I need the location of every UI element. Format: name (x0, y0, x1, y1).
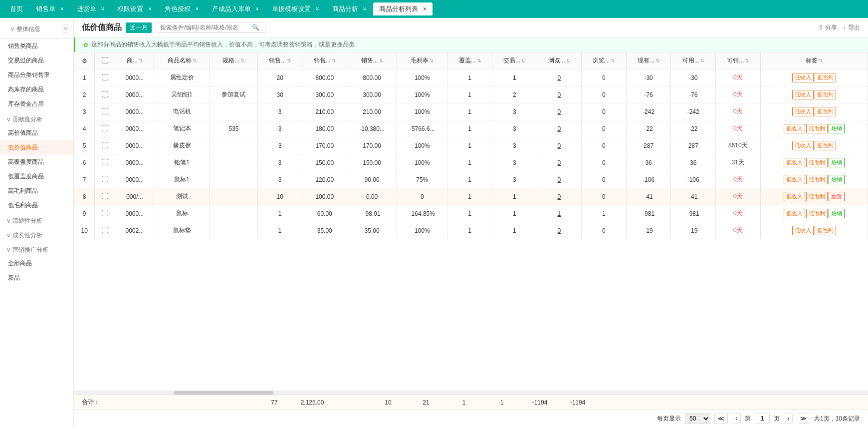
row-checkbox[interactable] (102, 193, 108, 199)
share-icon: ⇧ (818, 24, 823, 31)
tag: 低毛利 (815, 73, 836, 82)
col-sales-profit[interactable]: 销售... ⇅ (347, 52, 397, 69)
cell-browse1[interactable]: 0 (537, 222, 582, 239)
col-stock2[interactable]: 可用... ⇅ (671, 52, 716, 69)
row-checkbox[interactable] (102, 159, 108, 165)
nav-sales[interactable]: 销售单 × (30, 2, 70, 15)
col-days[interactable]: 可销... ⇅ (715, 52, 760, 69)
nav-template[interactable]: 单据模板设置 × (266, 2, 325, 15)
sidebar-item-all-goods[interactable]: 全部商品 (0, 256, 73, 271)
col-settings[interactable]: ⚙ (74, 52, 95, 69)
col-code[interactable]: 商... ⇅ (115, 52, 154, 69)
cell-browse1[interactable]: 1 (537, 205, 582, 222)
cell-browse1[interactable]: 0 (537, 69, 582, 86)
sidebar-group-contribution[interactable]: ∨ 贡献度分析 (0, 111, 73, 126)
sidebar-group-growth[interactable]: ∨ 成长性分析 (0, 227, 73, 242)
cell-browse1[interactable]: 0 (537, 188, 582, 205)
col-stock1[interactable]: 现有... ⇅ (626, 52, 671, 69)
cell-checkbox[interactable] (95, 103, 115, 120)
nav-permissions[interactable]: 权限设置 × (111, 2, 158, 15)
sidebar-item-stock-capital[interactable]: 库存资金占用 (0, 97, 73, 111)
sidebar-item-sales-goods[interactable]: 销售类商品 (0, 39, 73, 53)
cell-checkbox[interactable] (95, 222, 115, 239)
sidebar-item-low-coverage[interactable]: 低覆盖度商品 (0, 169, 73, 184)
horizontal-scrollbar[interactable] (74, 391, 868, 395)
table-row: 2 0000... 吴细细1 参加复试 30 300.00 300.00 100… (74, 86, 868, 103)
cell-stock1: -22 (626, 120, 671, 137)
cell-checkbox[interactable] (95, 120, 115, 137)
row-checkbox[interactable] (102, 91, 108, 97)
cell-checkbox[interactable] (95, 188, 115, 205)
cell-cov: 1 (447, 171, 492, 188)
row-checkbox[interactable] (102, 176, 108, 182)
export-button[interactable]: ↓ 导出 (843, 23, 860, 32)
tag: 低收入 (784, 158, 805, 167)
cell-checkbox[interactable] (95, 137, 115, 154)
row-checkbox[interactable] (102, 125, 108, 131)
nav-analysis-list[interactable]: 商品分析列表 × (373, 2, 433, 15)
prev-page-btn[interactable]: ‹ (732, 414, 741, 424)
cell-browse1[interactable]: 0 (537, 103, 582, 120)
sidebar-item-low-margin[interactable]: 低毛利商品 (0, 198, 73, 213)
footer-label: 合计： (82, 398, 100, 407)
settings-icon[interactable]: ⚙ (82, 57, 87, 64)
nav-stock-in[interactable]: 产成品入库单 × (206, 2, 265, 15)
sidebar-collapse-btn[interactable]: « (62, 24, 69, 32)
next-page-btn[interactable]: › (784, 414, 793, 424)
col-sales-amt[interactable]: 销售... ⇅ (302, 52, 347, 69)
col-spec[interactable]: 规格... ⇅ (210, 52, 257, 69)
col-sales-q[interactable]: 销售... ⇅ (257, 52, 302, 69)
cell-browse1[interactable]: 0 (537, 171, 582, 188)
nav-roles[interactable]: 角色授权 × (159, 2, 205, 15)
col-tags[interactable]: 标签 ⇅ (760, 52, 868, 69)
sidebar-item-category-rate[interactable]: 商品分类销售率 (0, 68, 73, 82)
sidebar-group-marketing[interactable]: ∨ 营销推广分析 (0, 242, 73, 256)
last-page-btn[interactable]: ≫ (797, 414, 810, 424)
cell-browse2: 0 (582, 69, 627, 86)
col-checkbox[interactable] (95, 52, 115, 69)
cell-q2: 210.00 (302, 103, 347, 120)
col-name[interactable]: 商品名称 ⇅ (154, 52, 210, 69)
search-box[interactable]: 🔍 (156, 22, 265, 33)
nav-purchase[interactable]: 进货单 × (71, 2, 111, 15)
page-number-input[interactable] (755, 414, 770, 424)
row-checkbox[interactable] (102, 227, 108, 233)
nav-home[interactable]: 首页 (4, 2, 29, 15)
select-all-checkbox[interactable] (102, 57, 108, 63)
cell-days: 0天 (715, 86, 760, 103)
sidebar-item-high-coverage[interactable]: 高覆盖度商品 (0, 155, 73, 169)
filter-tag-month[interactable]: 近一月 (126, 22, 152, 33)
search-input[interactable] (160, 24, 250, 31)
sidebar-item-high-stock[interactable]: 高库存的商品 (0, 82, 73, 97)
cell-checkbox[interactable] (95, 205, 115, 222)
cell-browse1[interactable]: 0 (537, 154, 582, 171)
share-button[interactable]: ⇧ 分享 (818, 23, 837, 32)
row-checkbox[interactable] (102, 210, 108, 216)
sidebar-item-new-goods[interactable]: 新品 (0, 271, 73, 285)
col-browse1[interactable]: 浏览... ⇅ (537, 52, 582, 69)
col-margin[interactable]: 毛利率 ⇅ (397, 52, 447, 69)
cell-checkbox[interactable] (95, 86, 115, 103)
sidebar-item-high-margin[interactable]: 高毛利商品 (0, 184, 73, 198)
cell-browse1[interactable]: 0 (537, 137, 582, 154)
per-page-select[interactable]: 50 100 200 (685, 413, 710, 424)
col-browse2[interactable]: 浏览... ⇅ (582, 52, 627, 69)
sidebar-item-high-value[interactable]: 高价值商品 (0, 126, 73, 140)
row-checkbox[interactable] (102, 74, 108, 80)
cell-browse1[interactable]: 0 (537, 86, 582, 103)
cell-checkbox[interactable] (95, 69, 115, 86)
cell-checkbox[interactable] (95, 171, 115, 188)
first-page-btn[interactable]: ≪ (714, 414, 728, 424)
sidebar-item-traded[interactable]: 交易过的商品 (0, 53, 73, 68)
sidebar-item-low-value[interactable]: 低价值商品 (0, 140, 73, 155)
search-icon[interactable]: 🔍 (252, 24, 259, 31)
row-checkbox[interactable] (102, 142, 108, 148)
col-trade[interactable]: 交易... ⇅ (492, 52, 537, 69)
col-coverage[interactable]: 覆盖... ⇅ (447, 52, 492, 69)
sidebar-group-flow[interactable]: ∨ 流通性分析 (0, 213, 73, 227)
cell-checkbox[interactable] (95, 154, 115, 171)
sidebar-group-overall[interactable]: ∨ 整体信息 (4, 21, 46, 35)
nav-analysis[interactable]: 商品分析 × (326, 2, 373, 15)
cell-browse1[interactable]: 0 (537, 120, 582, 137)
row-checkbox[interactable] (102, 108, 108, 114)
